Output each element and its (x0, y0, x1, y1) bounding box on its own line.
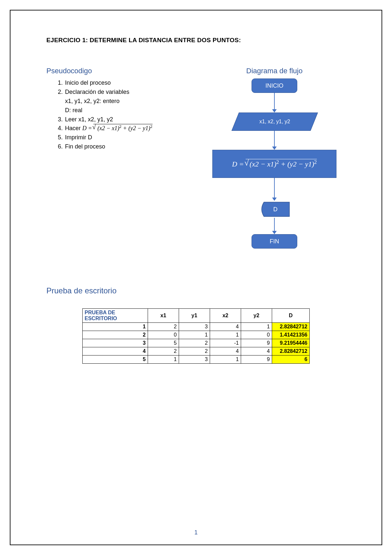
flow-arrow (272, 93, 277, 113)
flow-input: x1, x2, y1, y2 (235, 113, 314, 130)
cell-y2: 9 (241, 356, 272, 364)
cell-x2: 1 (210, 331, 241, 339)
cell-x2: 4 (210, 323, 241, 331)
flow-start: INICIO (252, 78, 297, 93)
pseudocode-heading: Pseudocodigo (46, 67, 197, 75)
step-4: Hacer D = (x2 − x1)2 + (y2 − y1)2 (64, 124, 197, 133)
cell-x2: -1 (210, 339, 241, 347)
cell-n: 3 (83, 339, 148, 347)
cell-d: 9.21954446 (272, 339, 310, 347)
table-header-x2: x2 (210, 309, 241, 323)
cell-x1: 2 (148, 347, 179, 356)
cell-x2: 1 (210, 356, 241, 364)
cell-x1: 0 (148, 331, 179, 339)
cell-y2: 4 (241, 347, 272, 356)
step-2-vars-int: x1, y1, x2, y2: entero (65, 98, 120, 104)
cell-n: 4 (83, 347, 148, 356)
step-1: Inicio del proceso (64, 78, 197, 88)
cell-y1: 1 (179, 331, 210, 339)
desk-check-section: Prueba de escritorio PRUEBA DE ESCRITORI… (46, 286, 346, 364)
desk-check-heading: Prueba de escritorio (46, 286, 346, 295)
flowchart-column: Diagrama de flujo INICIO x1, x2, y1, y2 … (203, 67, 346, 249)
table-row: 2 0 1 1 0 1.41421356 (83, 331, 310, 339)
flow-input-label: x1, x2, y1, y2 (259, 119, 290, 125)
cell-d: 6 (272, 356, 310, 364)
flow-output-label: D (258, 201, 291, 218)
formula-d-flow: D = (x2 − x1)2 + (y2 − y1)2 (232, 159, 317, 168)
cell-y2: 0 (241, 331, 272, 339)
pseudocode-list: Inicio del proceso Declaración de variab… (46, 78, 197, 151)
cell-n: 1 (83, 323, 148, 331)
cell-y1: 2 (179, 347, 210, 356)
flow-arrow (272, 218, 277, 234)
step-2-vars-real: D: real (65, 107, 82, 113)
step-2: Declaración de variables x1, y1, x2, y2:… (64, 88, 197, 115)
step-4-prefix: Hacer (65, 125, 82, 131)
table-row: 1 2 3 4 1 2.82842712 (83, 323, 310, 331)
cell-x1: 1 (148, 356, 179, 364)
cell-y1: 2 (179, 339, 210, 347)
table-row: 3 5 2 -1 9 9.21954446 (83, 339, 310, 347)
table-header-y2: y2 (241, 309, 272, 323)
table-row: 5 1 3 1 9 6 (83, 356, 310, 364)
cell-d: 1.41421356 (272, 331, 310, 339)
content-columns: Pseudocodigo Inicio del proceso Declarac… (46, 67, 346, 249)
page-border: EJERCICIO 1: DETERMINE LA DISTANCIA ENTR… (10, 10, 382, 545)
cell-x2: 4 (210, 347, 241, 356)
desk-check-table: PRUEBA DE ESCRITORIO x1 y1 x2 y2 D 1 2 3… (82, 308, 310, 364)
cell-x1: 5 (148, 339, 179, 347)
step-6: Fin del proceso (64, 142, 197, 151)
cell-y1: 3 (179, 356, 210, 364)
table-header-row: PRUEBA DE ESCRITORIO x1 y1 x2 y2 D (83, 309, 310, 323)
cell-x1: 2 (148, 323, 179, 331)
page: EJERCICIO 1: DETERMINE LA DISTANCIA ENTR… (0, 0, 392, 555)
exercise-title: EJERCICIO 1: DETERMINE LA DISTANCIA ENTR… (46, 37, 346, 44)
table-header-d: D (272, 309, 310, 323)
step-5: Imprimir D (64, 133, 197, 142)
flow-output: D (258, 201, 291, 218)
flow-end: FIN (252, 234, 297, 249)
table-header-x1: x1 (148, 309, 179, 323)
cell-d: 2.82842712 (272, 347, 310, 356)
cell-y2: 1 (241, 323, 272, 331)
flowchart-heading: Diagrama de flujo (246, 67, 302, 75)
flow-process: D = (x2 − x1)2 + (y2 − y1)2 (212, 150, 336, 178)
cell-y1: 3 (179, 323, 210, 331)
flow-arrow (272, 130, 277, 150)
pseudocode-column: Pseudocodigo Inicio del proceso Declarac… (46, 67, 197, 151)
table-row: 4 2 2 4 4 2.82842712 (83, 347, 310, 356)
flow-arrow (272, 178, 277, 201)
formula-d-pseudocode: D = (x2 − x1)2 + (y2 − y1)2 (82, 125, 153, 131)
page-number: 1 (10, 529, 382, 536)
table-header-y1: y1 (179, 309, 210, 323)
step-3: Leer x1, x2, y1, y2 (64, 115, 197, 124)
cell-d: 2.82842712 (272, 323, 310, 331)
cell-n: 2 (83, 331, 148, 339)
table-header-label: PRUEBA DE ESCRITORIO (83, 309, 148, 323)
flow-start-label: INICIO (265, 82, 283, 89)
cell-n: 5 (83, 356, 148, 364)
step-2-text: Declaración de variables (65, 89, 129, 95)
cell-y2: 9 (241, 339, 272, 347)
flow-end-label: FIN (270, 238, 279, 245)
